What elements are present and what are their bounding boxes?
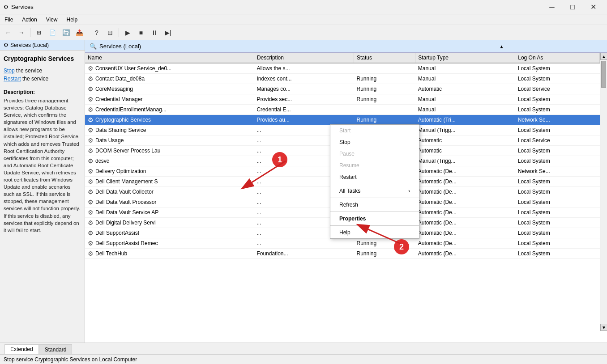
col-status[interactable]: Status (354, 53, 415, 63)
scroll-up-button[interactable]: ▲ (600, 53, 607, 60)
separator-2 (88, 28, 88, 37)
sort-arrow: ▲ (499, 44, 504, 49)
service-desc-cell: Indexes cont... (254, 74, 354, 84)
table-row[interactable]: ⚙Dell TechHubFoundation...RunningAutomat… (85, 249, 600, 259)
service-logon-cell: Local Service (515, 135, 600, 146)
refresh-button[interactable]: 🔄 (60, 27, 72, 38)
service-logon-cell: Local System (515, 74, 600, 84)
service-startup-cell: Manual (415, 74, 515, 84)
service-logon-cell: Network Se... (515, 115, 600, 125)
help-book-button[interactable]: ? (90, 27, 103, 38)
table-row[interactable]: ⚙ConsentUX User Service_de0...Allows the… (85, 63, 600, 74)
service-startup-cell: Automatic (De... (415, 166, 515, 177)
context-menu-item[interactable]: Help (330, 227, 419, 238)
col-logon[interactable]: Log On As (515, 53, 600, 63)
title-bar: ⚙ Services ─ □ ✕ (0, 0, 607, 14)
menu-action[interactable]: Action (17, 16, 41, 24)
restart-link[interactable]: Restart (4, 76, 21, 82)
col-name[interactable]: Name (85, 53, 254, 63)
restart-action: Restart the service (4, 76, 81, 82)
stop-toolbar-button[interactable]: ■ (135, 27, 147, 38)
service-desc-cell: Foundation... (254, 249, 354, 259)
service-name-cell: ⚙Dell Data Vault Processor (85, 197, 254, 207)
service-desc-cell: Allows the s... (254, 63, 354, 74)
service-name-cell: ⚙CoreMessaging (85, 84, 254, 94)
tab-standard[interactable]: Standard (39, 344, 73, 354)
vertical-scrollbar[interactable]: ▲ ▼ (600, 53, 607, 331)
table-row[interactable]: ⚙Contact Data_de08aIndexes cont...Runnin… (85, 74, 600, 84)
menu-help[interactable]: Help (62, 16, 82, 24)
col-startup[interactable]: Startup Type (415, 53, 515, 63)
service-logon-cell: Local System (515, 228, 600, 238)
status-bar: Stop service Cryptographic Services on L… (0, 354, 607, 364)
restart-text: the service (22, 76, 48, 82)
context-menu-separator (330, 212, 419, 212)
table-row[interactable]: ⚙Credential ManagerProvides sec...Runnin… (85, 94, 600, 105)
context-menu-item[interactable]: Properties (330, 213, 419, 224)
service-startup-cell: Manual (Trigg... (415, 125, 515, 135)
panel-search-icon: 🔍 (90, 43, 97, 50)
service-startup-cell: Manual (415, 94, 515, 105)
sidebar-content: Cryptographic Services Stop the service … (0, 51, 85, 343)
up-button[interactable]: 📄 (46, 27, 59, 38)
service-desc-cell: Provides sec... (254, 94, 354, 105)
bottom-tabs: Extended Standard (0, 343, 607, 354)
service-logon-cell: Local System (515, 94, 600, 105)
service-startup-cell: Manual (415, 105, 515, 115)
table-row[interactable]: ⚙Cryptographic ServicesProvides au...Run… (85, 115, 600, 125)
play-button[interactable]: ▶ (121, 27, 134, 38)
service-name-cell: ⚙Dell TechHub (85, 249, 254, 259)
menu-view[interactable]: View (42, 16, 62, 24)
service-name-cell: ⚙Dell Digital Delivery Servi (85, 218, 254, 228)
menu-file[interactable]: File (0, 16, 17, 24)
service-startup-cell: Automatic (De... (415, 177, 515, 187)
service-logon-cell: Local System (515, 197, 600, 207)
stop-link[interactable]: Stop (4, 68, 15, 74)
close-button[interactable]: ✕ (583, 0, 603, 14)
table-row[interactable]: ⚙Dell SupportAssist Remec...RunningAutom… (85, 238, 600, 249)
col-description[interactable]: Description (254, 53, 354, 63)
service-desc-cell: ... (254, 238, 354, 249)
context-menu-separator (330, 184, 419, 184)
service-name-cell: ⚙Cryptographic Services (85, 115, 254, 125)
description-text: Provides three management services: Cata… (4, 97, 81, 234)
table-row[interactable]: ⚙CoreMessagingManages co...RunningAutoma… (85, 84, 600, 94)
pause-button[interactable]: ⏸ (148, 27, 161, 38)
service-status-cell: Running (354, 84, 415, 94)
table-row[interactable]: ⚙CredentialEnrollmentManag...Credential … (85, 105, 600, 115)
description-label: Description: (4, 89, 81, 95)
context-menu-item[interactable]: Refresh (330, 199, 419, 211)
service-startup-cell: Automatic (415, 135, 515, 146)
scroll-down-button[interactable]: ▼ (600, 324, 607, 331)
service-startup-cell: Automatic (De... (415, 187, 515, 197)
service-logon-cell: Local System (515, 218, 600, 228)
service-desc-cell: Credential E... (254, 105, 354, 115)
service-logon-cell: Local System (515, 187, 600, 197)
minimize-button[interactable]: ─ (542, 0, 562, 14)
context-menu-item[interactable]: Restart (330, 171, 419, 183)
scroll-track[interactable] (600, 60, 607, 324)
service-status-cell: Running (354, 74, 415, 84)
service-status-cell: Running (354, 238, 415, 249)
maximize-button[interactable]: □ (562, 0, 583, 14)
service-status-cell (354, 105, 415, 115)
scroll-thumb[interactable] (601, 61, 606, 88)
mmc-button[interactable]: ⊟ (104, 27, 116, 38)
tab-extended[interactable]: Extended (4, 344, 39, 354)
resume-button[interactable]: ▶| (162, 27, 174, 38)
show-hide-button[interactable]: ⊞ (33, 27, 45, 38)
service-startup-cell: Automatic (415, 84, 515, 94)
context-menu-item: Pause (330, 148, 419, 160)
stop-action: Stop the service (4, 68, 81, 74)
app-icon: ⚙ (4, 4, 9, 10)
service-startup-cell: Automatic (De... (415, 218, 515, 228)
forward-button[interactable]: → (15, 27, 28, 38)
context-menu-item[interactable]: All Tasks› (330, 185, 419, 197)
service-startup-cell: Automatic (De... (415, 238, 515, 249)
panel-header: 🔍 Services (Local) ▲ (85, 40, 607, 53)
service-name-cell: ⚙Delivery Optimization (85, 166, 254, 177)
service-name-cell: ⚙Dell SupportAssist Remec (85, 238, 254, 249)
export-button[interactable]: 📤 (73, 27, 85, 38)
context-menu-item[interactable]: Stop (330, 136, 419, 148)
back-button[interactable]: ← (2, 27, 14, 38)
